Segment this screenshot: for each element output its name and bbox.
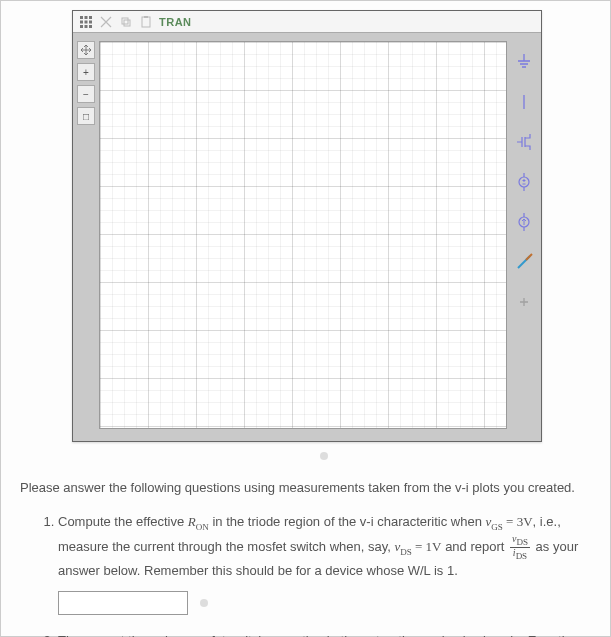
left-toolbox: + − □ [77,41,95,125]
q1-text-a: Compute the effective [58,514,188,529]
q1-status-dot [200,599,208,607]
schematic-canvas[interactable] [99,41,507,429]
grid-icon[interactable] [79,15,93,29]
q1-answer-row [58,591,591,615]
q1-eq2: = 1V [412,539,442,554]
svg-rect-2 [89,16,92,19]
pan-button[interactable] [77,41,95,59]
svg-rect-10 [124,20,130,26]
probe-icon[interactable] [513,251,535,273]
cut-icon[interactable] [99,15,113,29]
tran-mode-label[interactable]: TRAN [159,16,192,28]
svg-rect-12 [144,16,148,18]
q1-text-b: in the triode region of the v-i characte… [209,514,486,529]
paste-icon[interactable] [139,15,153,29]
svg-rect-0 [80,16,83,19]
intro-text: Please answer the following questions us… [20,478,591,498]
add-component-icon[interactable] [513,291,535,313]
svg-rect-8 [89,25,92,28]
q1-eq1: = 3V [503,514,533,529]
copy-icon[interactable] [119,15,133,29]
canvas-grid [100,42,506,428]
component-palette [513,51,535,313]
q1-ron: RON [188,514,209,529]
svg-rect-5 [89,20,92,23]
question-1: Compute the effective RON in the triode … [58,512,591,615]
editor-toolbar: TRAN [73,11,541,33]
schematic-editor: TRAN + − □ [72,10,542,442]
zoom-in-button[interactable]: + [77,63,95,81]
svg-rect-3 [80,20,83,23]
zoom-out-button[interactable]: − [77,85,95,103]
current-source-icon[interactable] [513,211,535,233]
svg-rect-7 [85,25,88,28]
node-label-icon[interactable] [513,91,535,113]
svg-rect-1 [85,16,88,19]
question-content: Please answer the following questions us… [20,478,591,637]
svg-rect-6 [80,25,83,28]
ground-icon[interactable] [513,51,535,73]
status-dot [320,452,328,460]
nfet-icon[interactable] [513,131,535,153]
bottom-fade [0,627,611,637]
q1-text-c: and report [442,539,509,554]
svg-rect-9 [122,18,128,24]
zoom-fit-button[interactable]: □ [77,107,95,125]
q1-answer-input[interactable] [58,591,188,615]
q1-vgs: vGS [486,514,503,529]
svg-rect-4 [85,20,88,23]
q1-vds: vDS [394,539,411,554]
voltage-source-icon[interactable] [513,171,535,193]
svg-rect-11 [142,17,150,27]
q1-fraction: vDSiDS [510,534,530,562]
